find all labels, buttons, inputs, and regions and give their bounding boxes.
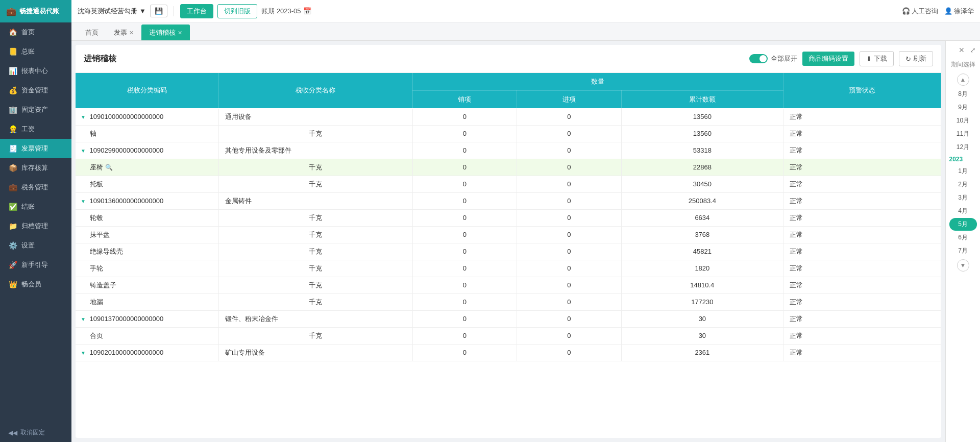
toggle-all-control[interactable]: 全部展开 <box>749 54 797 63</box>
app-name: 畅捷通易代账 <box>19 7 59 16</box>
period-month-1月[interactable]: 1月 <box>949 165 977 178</box>
sidebar-item-inventory[interactable]: 📦 库存核算 <box>0 158 71 178</box>
cell-code: 轴 <box>76 125 218 142</box>
cell-name: 千克 <box>218 260 412 277</box>
scroll-up-button[interactable]: ▲ <box>957 73 969 86</box>
cell-purchase: 0 <box>517 226 622 243</box>
cell-code: ▼ 10901370000000000000 <box>76 310 218 327</box>
cell-code: ▼ 10902990000000000000 <box>76 142 218 159</box>
table-row: 手轮 千克 0 0 1820 正常 <box>76 260 941 277</box>
workbench-button[interactable]: 工作台 <box>180 4 213 18</box>
cell-sales: 0 <box>412 176 517 192</box>
cell-status: 正常 <box>783 344 941 361</box>
sidebar-item-tax[interactable]: 💼 税务管理 <box>0 178 71 197</box>
sidebar-footer-unpin[interactable]: ◀◀ 取消固定 <box>0 423 71 442</box>
tab-进销稽核[interactable]: 进销稽核✕ <box>141 24 190 40</box>
header-actions: 全部展开 商品编码设置 ⬇ 下载 ↻ 刷新 <box>749 51 933 66</box>
tab-发票[interactable]: 发票✕ <box>106 24 141 40</box>
download-button[interactable]: ⬇ 下载 <box>860 51 894 66</box>
save-button[interactable]: 💾 <box>150 5 167 17</box>
switch-version-button[interactable]: 切到旧版 <box>217 4 257 18</box>
tab-close-进销稽核[interactable]: ✕ <box>178 30 182 36</box>
sidebar-item-home[interactable]: 🏠 首页 <box>0 22 71 42</box>
cell-code: 座椅 🔍 <box>76 159 218 176</box>
sidebar-item-ledger[interactable]: 📒 总账 <box>0 42 71 61</box>
sidebar-item-settle[interactable]: ✅ 结账 <box>0 197 71 216</box>
period-month-6月[interactable]: 6月 <box>949 231 977 244</box>
cell-sales: 0 <box>412 192 517 209</box>
tab-首页[interactable]: 首页 <box>78 24 106 40</box>
collapse-icon[interactable]: ▼ <box>81 350 86 356</box>
cell-status: 正常 <box>783 310 941 327</box>
period-month-10月[interactable]: 10月 <box>949 114 977 127</box>
sidebar-item-invoice[interactable]: 🧾 发票管理 <box>0 139 71 158</box>
calendar-icon[interactable]: 📅 <box>303 7 311 15</box>
sidebar-item-assets[interactable]: 🏢 固定资产 <box>0 100 71 119</box>
cell-code: ▼ 10901360000000000000 <box>76 192 218 209</box>
scroll-down-button[interactable]: ▼ <box>957 259 969 272</box>
panel-close-button[interactable]: ✕ <box>957 45 967 55</box>
period-month-4月[interactable]: 4月 <box>949 205 977 217</box>
cell-name: 千克 <box>218 277 412 293</box>
sidebar-item-label-guide: 新手引导 <box>21 260 48 269</box>
support-link[interactable]: 🎧 人工咨询 <box>902 7 938 16</box>
cell-sales: 0 <box>412 243 517 260</box>
company-selector[interactable]: 沈海英测试经营勾册 ▼ <box>78 7 146 16</box>
sidebar-item-funds[interactable]: 💰 资金管理 <box>0 81 71 100</box>
company-name: 沈海英测试经营勾册 <box>78 7 137 16</box>
main-area: 沈海英测试经营勾册 ▼ 💾 工作台 切到旧版 账期 2023-05 📅 🎧 人工… <box>71 0 980 442</box>
cell-sales: 0 <box>412 260 517 277</box>
period-month-11月[interactable]: 11月 <box>949 128 977 140</box>
cell-purchase: 0 <box>517 260 622 277</box>
panel-expand-button[interactable]: ⤢ <box>968 45 978 55</box>
tab-close-发票[interactable]: ✕ <box>129 30 134 36</box>
cell-purchase: 0 <box>517 176 622 192</box>
collapse-icon[interactable]: ▼ <box>81 199 86 204</box>
period-month-3月[interactable]: 3月 <box>949 191 977 204</box>
toggle-switch[interactable] <box>749 54 768 63</box>
cell-status: 正常 <box>783 243 941 260</box>
period-month-12月[interactable]: 12月 <box>949 141 977 154</box>
sidebar-item-reports[interactable]: 📊 报表中心 <box>0 61 71 81</box>
cell-status: 正常 <box>783 176 941 192</box>
page-title: 进销稽核 <box>84 54 116 64</box>
sidebar: 💼 畅捷通易代账 🏠 首页 📒 总账 📊 报表中心 💰 资金管理 🏢 固定资产 … <box>0 0 71 442</box>
headset-icon: 🎧 <box>902 7 910 15</box>
period-month-2月[interactable]: 2月 <box>949 178 977 191</box>
cell-total: 177230 <box>621 293 783 310</box>
cell-total: 30450 <box>621 176 783 192</box>
page-main: 进销稽核 全部展开 商品编码设置 ⬇ 下载 ↻ 刷新 <box>76 45 941 438</box>
cell-purchase: 0 <box>517 192 622 209</box>
tab-label-首页: 首页 <box>85 28 99 37</box>
cell-code: ▼ 10901000000000000000 <box>76 108 218 125</box>
member-icon: 👑 <box>8 280 17 288</box>
period-month-8月[interactable]: 8月 <box>949 88 977 101</box>
sidebar-item-member[interactable]: 👑 畅会员 <box>0 275 71 294</box>
assets-icon: 🏢 <box>8 106 17 114</box>
settings-button[interactable]: 商品编码设置 <box>802 52 854 66</box>
page-header: 进销稽核 全部展开 商品编码设置 ⬇ 下载 ↻ 刷新 <box>76 45 941 73</box>
sidebar-item-settings[interactable]: ⚙️ 设置 <box>0 236 71 255</box>
collapse-icon[interactable]: ▼ <box>81 114 86 120</box>
cell-name: 矿山专用设备 <box>218 344 412 361</box>
period-month-5月[interactable]: 5月 <box>949 218 977 231</box>
col-total: 累计数额 <box>621 91 783 109</box>
col-warning: 预警状态 <box>783 73 941 108</box>
cell-status: 正常 <box>783 209 941 226</box>
cell-code: 抹平盘 <box>76 226 218 243</box>
sidebar-item-archive[interactable]: 📁 归档管理 <box>0 216 71 236</box>
period-month-7月[interactable]: 7月 <box>949 244 977 257</box>
refresh-button[interactable]: ↻ 刷新 <box>899 51 933 66</box>
sidebar-item-salary[interactable]: 👷 工资 <box>0 119 71 139</box>
data-table: 税收分类编码 税收分类名称 数量 预警状态 销项 进项 累计数额 ▼ <box>76 73 941 361</box>
funds-icon: 💰 <box>8 86 17 94</box>
sidebar-item-guide[interactable]: 🚀 新手引导 <box>0 255 71 275</box>
collapse-icon[interactable]: ▼ <box>81 148 86 154</box>
table-row: 绝缘导线壳 千克 0 0 45821 正常 <box>76 243 941 260</box>
cell-code: 轮毂 <box>76 209 218 226</box>
table-row: ▼ 10902990000000000000 其他专用设备及零部件 0 0 53… <box>76 142 941 159</box>
topbar-right: 🎧 人工咨询 👤 徐泽华 <box>902 7 974 16</box>
period-month-9月[interactable]: 9月 <box>949 101 977 114</box>
collapse-icon[interactable]: ▼ <box>81 316 86 322</box>
search-icon[interactable]: 🔍 <box>105 164 113 171</box>
